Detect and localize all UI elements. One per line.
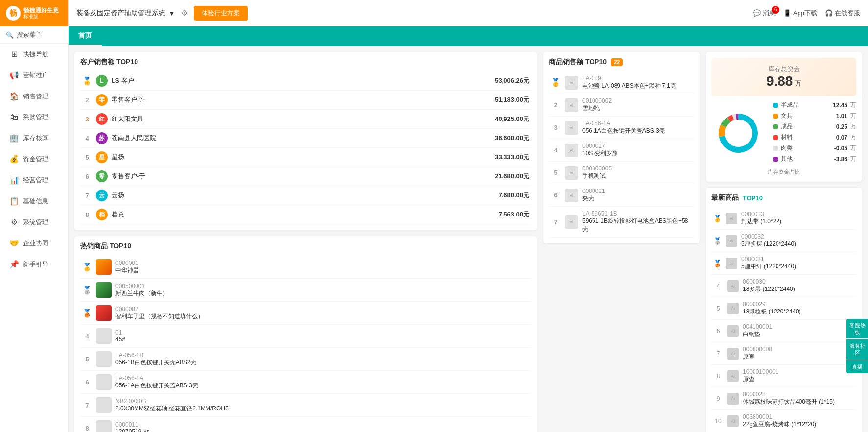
product-code: 003800001 <box>743 413 854 420</box>
tab-home[interactable]: 首页 <box>69 26 102 46</box>
nav-icon-quick-nav: ⊞ <box>9 49 19 59</box>
product-name: 封边带 (1.0*22) <box>741 217 854 226</box>
inventory-total: 库存总资金 9.88 万 <box>711 58 856 96</box>
topbar: 装备及固定资产辅助管理系统 ▼ ⚙ 体验行业方案 💬 消息 6 📱 App下载 … <box>69 0 868 26</box>
main-area: 装备及固定资产辅助管理系统 ▼ ⚙ 体验行业方案 💬 消息 6 📱 App下载 … <box>69 0 868 432</box>
sidebar-item-finance[interactable]: 💰资金管理 <box>0 148 68 169</box>
rank-number: 6 <box>82 173 92 180</box>
rank-item: 8 档 档总 7,563.00元 <box>80 205 531 224</box>
rank-number: 8 <box>82 425 92 432</box>
product-info: 0000032 5厘多层 (1220*2440) <box>741 233 854 248</box>
rank-number: 5 <box>82 356 92 363</box>
product-thumbnail <box>96 374 112 390</box>
nav-label-inventory: 库存核算 <box>23 134 48 143</box>
search-menu[interactable]: 🔍 搜索菜单 <box>0 26 68 44</box>
float-service-button[interactable]: 直播 <box>846 360 868 373</box>
product-code: 0000033 <box>741 211 854 217</box>
legend-category-name: 肉类 <box>781 144 831 152</box>
nav-icon-basic: 📋 <box>9 196 19 206</box>
legend-color-dot <box>773 114 778 119</box>
product-thumbnail <box>96 259 112 275</box>
settings-icon[interactable]: ⚙ <box>181 8 188 18</box>
sidebar-item-cooperate[interactable]: 🤝企业协同 <box>0 233 68 254</box>
new-products-title: 最新商品 TOP10 <box>711 193 856 202</box>
hot-product-item: 5 LA-056-1B 056-1B白色按键开关壳ABS2壳 <box>80 348 531 371</box>
sidebar-item-guide[interactable]: 📌新手引导 <box>0 254 68 275</box>
product-code: 01 <box>115 329 529 336</box>
nav-icon-operation: 📊 <box>9 175 19 185</box>
sidebar-item-system[interactable]: ⚙系统管理 <box>0 212 68 233</box>
float-service-button[interactable]: 服务社区 <box>846 339 868 360</box>
system-selector[interactable]: 装备及固定资产辅助管理系统 ▼ <box>76 9 175 18</box>
product-code: LA-056-1A <box>115 375 529 382</box>
message-button[interactable]: 💬 消息 6 <box>753 9 776 18</box>
online-service-button[interactable]: 🎧 在线客服 <box>825 9 860 18</box>
legend-unit: 万 <box>850 122 856 131</box>
medal-icon: 🥉 <box>713 260 722 267</box>
product-thumbnail <box>96 420 112 432</box>
customer-value: 7,563.00元 <box>498 210 529 219</box>
headset-icon: 🎧 <box>825 9 833 17</box>
new-product-item: 🥉 Ai 0000031 5厘中纤 (1220*2440) <box>711 252 856 275</box>
customer-name: 苍南县人民医院 <box>112 134 491 143</box>
donut-wrap: 半成品 12.45 万 文具 1.01 万 成品 0.25 万 材料 0.07 … <box>711 101 856 166</box>
product-info: 000800008 原查 <box>743 346 854 361</box>
sidebar-item-sales[interactable]: 🏠销售管理 <box>0 86 68 107</box>
product-info: 004100001 白钢垫 <box>743 323 854 338</box>
logo-icon: 畅 <box>6 6 21 21</box>
trial-button[interactable]: 体验行业方案 <box>194 6 248 21</box>
product-info: LA-056-1B 056-1B白色按键开关壳ABS2壳 <box>115 352 529 367</box>
app-download-button[interactable]: 📱 App下载 <box>783 9 817 18</box>
sidebar-item-operation[interactable]: 📊经营管理 <box>0 169 68 191</box>
rank-number: 2 <box>551 101 561 109</box>
product-name: 056-1A白色按键开关盖ABS 3壳 <box>582 127 692 135</box>
rank-number: 7 <box>82 192 92 199</box>
sidebar-item-marketing[interactable]: 📢营销推广 <box>0 65 68 86</box>
nav-icon-system: ⚙ <box>9 217 19 227</box>
customer-avatar: L <box>96 75 108 87</box>
product-thumbnail: Ai <box>727 415 739 427</box>
customer-value: 51,183.00元 <box>495 96 529 104</box>
nav-label-system: 系统管理 <box>23 218 48 227</box>
customer-value: 53,006.26元 <box>495 76 529 85</box>
customer-value: 21,680.00元 <box>495 172 529 181</box>
product-code: 001000002 <box>582 97 692 104</box>
rank-item: 5 星 星扬 33,333.00元 <box>80 148 531 167</box>
product-code: 0000021 <box>582 188 692 194</box>
product-info: 0000001 中华神器 <box>115 260 529 275</box>
float-service-button[interactable]: 客服热线 <box>846 319 868 339</box>
legend-category-name: 材料 <box>781 133 833 142</box>
sidebar-item-basic[interactable]: 📋基础信息 <box>0 191 68 212</box>
sidebar-item-quick-nav[interactable]: ⊞快捷导航 <box>0 44 68 65</box>
inventory-unit: 万 <box>795 79 801 87</box>
legend-item: 材料 0.07 万 <box>773 133 856 142</box>
product-thumbnail <box>96 328 112 344</box>
product-info: NB2.0X30B 2.0X30MM双搓花轴,搓花直径2.1MM/ROHS <box>115 398 529 413</box>
rank-item: 7 云 云扬 7,680.00元 <box>80 186 531 205</box>
product-thumbnail: Ai <box>565 76 578 90</box>
sidebar-item-purchase[interactable]: 🛍采购管理 <box>0 107 68 127</box>
product-sales-item: 🥇 Ai LA-089 电池盖 LA-089 ABS本色+黑种 7.1克 <box>549 72 694 94</box>
sidebar-item-inventory[interactable]: 🏢库存核算 <box>0 127 68 148</box>
product-code: 0000017 <box>582 143 692 149</box>
inventory-legend-title: 库存资金占比 <box>711 168 856 176</box>
product-code: 0000002 <box>115 306 529 312</box>
legend-item: 肉类 -0.05 万 <box>773 144 856 152</box>
product-thumbnail: Ai <box>727 325 739 337</box>
new-product-item: 4 Ai 0000030 18多层 (1220*2440) <box>711 275 856 297</box>
legend-color-dot <box>773 146 778 151</box>
medal-icon: 🥇 <box>713 215 722 222</box>
product-info: LA-056-1A 056-1A白色按键开关盖ABS 3壳 <box>115 375 529 390</box>
rank-number: 5 <box>713 305 723 312</box>
nav-icon-finance: 💰 <box>9 154 19 164</box>
customer-rank-card: 客户销售额 TOP10 🥇 L LS 客户 53,006.26元 2 零 零售客… <box>74 52 537 230</box>
sidebar: 畅 畅捷通好生意 标准版 🔍 搜索菜单 ⊞快捷导航📢营销推广🏠销售管理🛍采购管理… <box>0 0 69 432</box>
rank-number: 3 <box>551 124 561 131</box>
nav-icon-marketing: 📢 <box>9 71 19 80</box>
product-thumbnail: Ai <box>565 144 578 157</box>
customer-name: LS 客户 <box>112 76 491 85</box>
legend-unit: 万 <box>850 155 856 163</box>
rank-number: 6 <box>82 379 92 386</box>
float-service: 客服热线服务社区直播 <box>846 319 868 373</box>
product-code: 004100001 <box>743 323 854 330</box>
